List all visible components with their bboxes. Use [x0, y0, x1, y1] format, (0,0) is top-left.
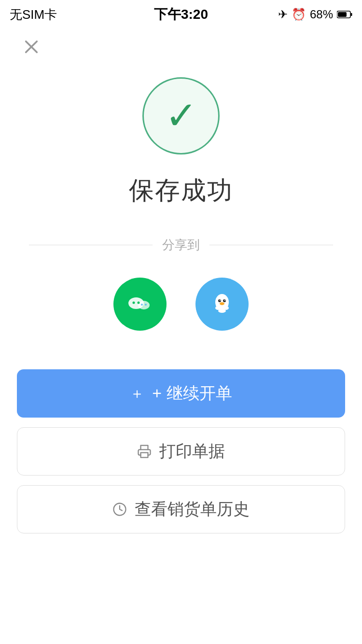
location-icon: ✈ — [278, 8, 288, 21]
share-label: 分享到 — [162, 237, 200, 253]
alarm-icon: ⏰ — [292, 8, 306, 21]
action-buttons: ＋ + 继续开单 打印单据 查看销货单历史 — [17, 369, 345, 533]
svg-point-20 — [220, 302, 224, 305]
svg-point-9 — [138, 302, 140, 304]
continue-button[interactable]: ＋ + 继续开单 — [17, 369, 345, 418]
status-right: ✈ ⏰ 68% — [278, 8, 352, 21]
svg-point-16 — [218, 299, 221, 302]
status-bar: 无SIM卡 下午3:20 ✈ ⏰ 68% — [0, 0, 362, 29]
svg-rect-2 — [351, 13, 352, 16]
success-title: 保存成功 — [129, 174, 233, 208]
status-left: 无SIM卡 — [10, 6, 61, 23]
svg-point-19 — [224, 300, 225, 301]
main-content: ✓ 保存成功 分享到 — [0, 29, 362, 533]
history-icon — [112, 502, 127, 517]
continue-label: + 继续开单 — [152, 382, 232, 405]
print-button[interactable]: 打印单据 — [17, 427, 345, 476]
svg-point-10 — [141, 304, 143, 306]
svg-rect-21 — [141, 453, 148, 458]
battery-icon — [337, 8, 352, 21]
divider-right — [209, 245, 333, 245]
success-circle: ✓ — [142, 77, 220, 154]
wechat-icon — [125, 290, 154, 319]
qq-icon — [208, 290, 237, 319]
history-label: 查看销货单历史 — [135, 498, 250, 520]
plus-icon: ＋ — [130, 384, 144, 404]
divider-left — [29, 245, 153, 245]
print-label: 打印单据 — [159, 440, 225, 462]
print-icon — [137, 444, 152, 459]
svg-point-15 — [218, 309, 226, 313]
svg-rect-3 — [338, 12, 347, 17]
svg-point-11 — [145, 304, 147, 306]
svg-point-7 — [138, 301, 150, 309]
checkmark-icon: ✓ — [165, 97, 197, 135]
share-divider: 分享到 — [0, 237, 362, 253]
svg-point-8 — [133, 302, 135, 304]
qq-share-button[interactable] — [195, 278, 249, 331]
svg-point-17 — [223, 299, 226, 302]
status-time: 下午3:20 — [154, 5, 208, 24]
share-icons — [113, 278, 249, 331]
carrier-text: 无SIM卡 — [10, 6, 57, 23]
history-button[interactable]: 查看销货单历史 — [17, 485, 345, 533]
svg-point-18 — [220, 300, 221, 301]
battery-percent: 68% — [310, 8, 333, 21]
wechat-share-button[interactable] — [113, 278, 167, 331]
close-button[interactable] — [19, 35, 43, 59]
